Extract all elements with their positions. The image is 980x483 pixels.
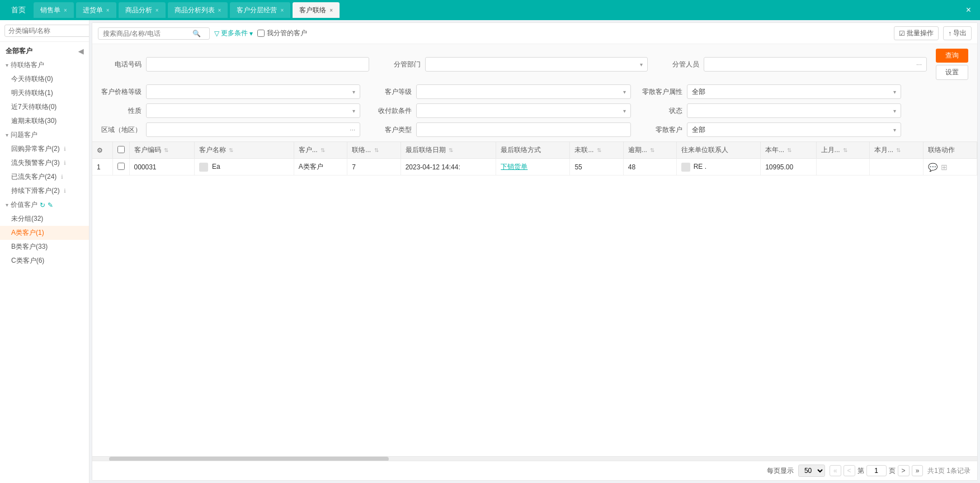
sidebar-item-churned[interactable]: 已流失客户(24) ℹ [0,170,89,184]
payment-dropdown[interactable]: ▾ [416,103,630,118]
sidebar-item-churn-warning[interactable]: 流失预警客户(3) ℹ [0,156,89,170]
col-resize-associate[interactable] [677,142,679,158]
my-customers-checkbox[interactable] [257,30,265,37]
sidebar-item-c-class[interactable]: C类客户(6) [0,254,89,268]
sort-date-icon[interactable]: ⇅ [449,147,453,153]
sort-overdue-icon[interactable]: ⇅ [650,147,654,153]
table-footer: 每页显示 50 « < 第 页 > » 共1页 1条记录 [92,461,977,480]
sort-lastmonth-icon[interactable]: ⇅ [843,147,847,153]
col-resize-thismonth[interactable] [870,142,872,158]
filter-search-icon[interactable]: 🔍 [192,30,201,37]
chat-action-icon[interactable]: 💬 [928,163,937,172]
sort-code-icon[interactable]: ⇅ [164,147,168,153]
setting-btn[interactable]: 设置 [936,65,968,80]
col-resize-date[interactable] [401,142,403,158]
batch-op-btn[interactable]: ☑ 批量操作 [894,26,939,40]
nav-tab-sales[interactable]: 销售单 × [34,2,74,18]
row-checkbox[interactable] [117,163,125,170]
customer-type-input[interactable] [416,122,630,137]
next-page-btn[interactable]: > [898,465,910,476]
sort-thisyear-icon[interactable]: ⇅ [787,147,791,153]
retail-attr-dropdown[interactable]: 全部 ▾ [687,84,901,99]
status-dropdown[interactable]: ▾ [687,103,901,118]
nav-tab-analysis-list[interactable]: 商品分析列表 × [168,2,228,18]
close-analysis-list-tab[interactable]: × [218,7,222,13]
col-resize-uncontacted[interactable] [570,142,572,158]
nav-home[interactable]: 首页 [4,0,32,20]
sidebar-item-today[interactable]: 今天待联络(0) [0,72,89,86]
sidebar-search-input[interactable] [4,25,89,37]
table-area: ⚙ 客户编码 ⇅ 客户名称 ⇅ [92,142,977,456]
filter-search-input[interactable] [103,30,192,37]
person-input[interactable]: ··· [704,57,927,72]
close-analysis-tab[interactable]: × [156,7,159,13]
region-more-icon: ··· [350,126,355,134]
sort-type-icon[interactable]: ⇅ [321,147,325,153]
col-resize-name[interactable] [195,142,197,158]
query-btn[interactable]: 查询 [936,49,968,63]
page-input[interactable] [866,465,887,476]
person-label: 分管人员 [659,60,704,69]
settings-icon[interactable]: ⚙ [97,146,103,154]
col-resize-lastmonth[interactable] [817,142,819,158]
col-resize-type[interactable] [294,142,296,158]
close-customer-tier-tab[interactable]: × [280,7,284,13]
sidebar-collapse-icon[interactable]: ◀ [78,48,83,55]
close-sales-tab[interactable]: × [64,7,67,13]
horizontal-scrollbar[interactable] [92,456,977,461]
col-resize-overdue[interactable] [624,142,626,158]
prev-page-btn[interactable]: < [844,465,855,476]
nature-dropdown[interactable]: ▾ [146,103,360,118]
refresh-icon[interactable]: ↻ [40,201,45,209]
last-method-link[interactable]: 下销货单 [501,163,527,171]
sidebar-item-ungroup[interactable]: 未分组(32) [0,212,89,226]
nav-tab-purchase[interactable]: 进货单 × [76,2,116,18]
col-overdue: 逾期... ⇅ [623,142,676,159]
nav-tab-customer-contact[interactable]: 客户联络 × [293,2,340,18]
phone-input[interactable] [146,57,369,72]
sidebar-item-declining[interactable]: 持续下滑客户(2) ℹ [0,184,89,198]
region-input[interactable]: ··· [146,122,360,137]
export-btn[interactable]: ↑ 导出 [943,26,972,40]
page-end-label: 页 [889,466,896,476]
sidebar-item-7days[interactable]: 近7天待联络(0) [0,100,89,114]
close-all-btn[interactable]: × [962,5,976,15]
sidebar-item-a-class[interactable]: A类客户(1) [0,226,89,240]
nav-tab-analysis[interactable]: 商品分析 × [119,2,166,18]
price-grade-arrow: ▾ [352,89,355,95]
sidebar-item-tomorrow[interactable]: 明天待联络(1) [0,86,89,100]
sidebar-item-overdue[interactable]: 逾期未联络(30) [0,114,89,128]
dept-dropdown[interactable]: ▾ [425,57,648,72]
nav-tab-customer-tier[interactable]: 客户分层经营 × [230,2,290,18]
col-resize-code[interactable] [130,142,132,158]
sidebar-item-repurchase[interactable]: 回购异常客户(2) ℹ [0,142,89,156]
sort-thismonth-icon[interactable]: ⇅ [896,147,901,153]
filter-more-btn[interactable]: ▽ 更多条件 ▾ [214,29,253,38]
retail-customer-dropdown[interactable]: 全部 ▾ [687,122,901,137]
sort-uncontacted-icon[interactable]: ⇅ [597,147,601,153]
filter-search-box[interactable]: 🔍 [98,27,210,40]
select-all-checkbox[interactable] [117,146,125,153]
close-purchase-tab[interactable]: × [106,7,110,13]
col-resize-contact[interactable] [347,142,350,158]
sidebar-item-b-class[interactable]: B类客户(33) [0,240,89,254]
grid-action-icon[interactable]: ⊞ [941,163,948,172]
close-customer-contact-tab[interactable]: × [329,7,333,13]
group-pending-contact[interactable]: ▾ 待联络客户 [0,58,89,72]
col-resize-method[interactable] [496,142,498,158]
filter-row-2: 客户价格等级 ▾ 客户等级 ▾ 零散客户属性 全部 ▾ [101,84,968,99]
sort-contact-icon[interactable]: ⇅ [374,147,379,153]
group-problem-customers[interactable]: ▾ 问题客户 [0,128,89,142]
price-grade-dropdown[interactable]: ▾ [146,84,360,99]
group-value-customers[interactable]: ▾ 价值客户 ↻ ✎ [0,198,89,212]
sort-name-icon[interactable]: ⇅ [229,147,233,153]
edit-icon[interactable]: ✎ [48,201,53,209]
all-customers-header: 全部客户 ◀ [0,42,89,58]
payment-label: 收付款条件 [371,106,416,116]
col-resize-thisyear[interactable] [761,142,763,158]
last-page-btn[interactable]: » [912,465,924,476]
customer-grade-dropdown[interactable]: ▾ [416,84,630,99]
page-size-select[interactable]: 50 [798,465,825,477]
cell-last-month [816,159,869,176]
first-page-btn[interactable]: « [830,465,841,476]
